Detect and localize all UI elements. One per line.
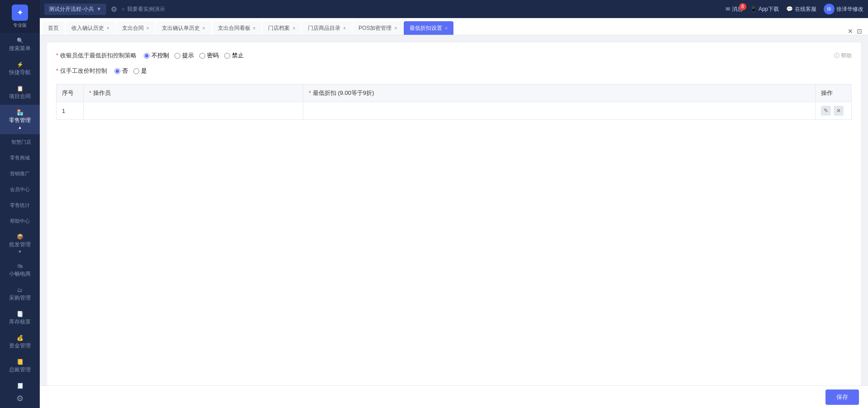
store-catalog-close-icon[interactable]: × (343, 26, 346, 31)
tabs-menu-button[interactable]: ⊡ (857, 28, 862, 35)
sidebar-item-ledger[interactable]: 📒 总账管理 (0, 354, 40, 378)
sidebar-item-project[interactable]: 📋 项目合同 (0, 81, 40, 105)
sidebar-item-ecommerce[interactable]: 🛍 小畅电商 (0, 258, 40, 282)
sidebar-label-quicknav: 快捷导航 (9, 69, 31, 76)
retail-icon: 🏪 (17, 109, 24, 116)
tab-store-catalog[interactable]: 门店商品目录 × (302, 21, 352, 35)
online-service-button[interactable]: 💬 在线客服 (786, 5, 816, 13)
demo-link[interactable]: ○ 我要看实例演示 (122, 5, 165, 13)
radio-password[interactable]: 密码 (199, 52, 219, 60)
user-avatar: 徐 (824, 4, 835, 14)
retail-stats-label: 零售统计 (10, 202, 30, 209)
edit-row-button[interactable]: ✎ (821, 106, 831, 116)
radio-yes-input[interactable] (133, 68, 139, 74)
tab-expense-board[interactable]: 支出合同看板 × (212, 21, 262, 35)
radio-forbid-input[interactable] (224, 53, 230, 59)
expense-board-close-icon[interactable]: × (253, 26, 256, 31)
topbar-right: ✉ 消息 8 📱 App下载 💬 在线客服 徐 徐泽华修改 (726, 4, 863, 14)
pos-encrypt-close-icon[interactable]: × (394, 26, 397, 31)
sidebar-label-purchase: 采购管理 (9, 294, 31, 302)
tab-min-discount[interactable]: 最低折扣设置 × (404, 21, 453, 35)
tab-pos-encrypt[interactable]: POS加密管理 × (353, 21, 403, 35)
radio-prompt[interactable]: 提示 (175, 52, 194, 60)
radio-no-control-input[interactable] (144, 53, 150, 59)
expense-confirm-history-label: 支出确认单历史 (162, 24, 200, 32)
discount-policy-label: * * 收银员低于最低折扣控制策略 收银员低于最低折扣控制策略 (56, 52, 137, 60)
home-tab-label: 首页 (48, 24, 59, 32)
radio-no-label: 否 (122, 67, 128, 75)
sidebar-item-member[interactable]: 会员中心 (0, 182, 40, 197)
user-profile-button[interactable]: 徐 徐泽华修改 (824, 4, 863, 14)
radio-yes-label: 是 (141, 67, 147, 75)
radio-yes[interactable]: 是 (133, 67, 147, 75)
row-actions: ✎ ✕ (821, 106, 846, 116)
min-discount-close-icon[interactable]: × (445, 26, 448, 31)
sidebar-item-finance[interactable]: 💰 资金管理 (0, 330, 40, 354)
expense-contract-close-icon[interactable]: × (146, 26, 149, 31)
radio-prompt-input[interactable] (175, 53, 180, 59)
purchase-icon: 🗂 (17, 287, 23, 293)
sidebar-item-retail[interactable]: 🏪 零售管理 ▲ (0, 105, 40, 134)
project-name: 测试分开流程-小兵 (49, 5, 94, 13)
logo-icon: ✦ (12, 5, 28, 21)
sidebar-item-smart-store[interactable]: 智慧门店 (0, 134, 40, 150)
tab-expense-confirm-history[interactable]: 支出确认单历史 × (156, 21, 211, 35)
demo-circle-icon: ○ (122, 6, 125, 12)
demo-label: 我要看实例演示 (127, 5, 165, 13)
cell-operator[interactable] (84, 102, 303, 120)
tabs-right-controls: ✕ ⊡ (844, 28, 866, 35)
ecommerce-icon: 🛍 (17, 263, 23, 269)
quick-nav-icon: ⚡ (17, 61, 24, 68)
sidebar-item-invoice[interactable]: 🧾 发票管理 (0, 378, 40, 389)
smart-store-label: 智慧门店 (11, 139, 31, 145)
sidebar-item-search[interactable]: 🔍 搜索菜单 (0, 33, 40, 57)
tabs-close-button[interactable]: ✕ (848, 28, 853, 35)
sidebar-item-inventory[interactable]: 📑 库存核算 (0, 306, 40, 330)
tab-expense-contract[interactable]: 支出合同 × (116, 21, 155, 35)
sidebar-nav: 🔍 搜索菜单 ⚡ 快捷导航 📋 项目合同 🏪 零售管理 ▲ 智慧门店 零售商城 … (0, 33, 40, 389)
tab-store-archive[interactable]: 门店档案 × (262, 21, 301, 35)
radio-no-input[interactable] (114, 68, 120, 74)
cell-min-discount[interactable] (303, 102, 815, 120)
delete-row-button[interactable]: ✕ (834, 106, 844, 116)
help-circle-icon: ⓘ (834, 52, 840, 60)
app-download-button[interactable]: 📱 App下载 (750, 5, 779, 13)
save-button[interactable]: 保存 (826, 389, 859, 405)
table-row: 1 ✎ ✕ (57, 102, 852, 120)
store-archive-close-icon[interactable]: × (292, 26, 295, 31)
ledger-icon: 📒 (17, 359, 24, 365)
expense-board-label: 支出合同看板 (218, 24, 250, 32)
help-button[interactable]: ⓘ 帮助 (834, 52, 852, 60)
radio-forbid-label: 禁止 (232, 52, 244, 60)
sidebar-item-retail-stats[interactable]: 零售统计 (0, 197, 40, 213)
project-selector[interactable]: 测试分开流程-小兵 ▼ (44, 4, 106, 15)
radio-no[interactable]: 否 (114, 67, 128, 75)
sidebar-item-purchase[interactable]: 🗂 采购管理 (0, 282, 40, 306)
notifications-button[interactable]: ✉ 消息 8 (726, 5, 743, 13)
discount-policy-row: * * 收银员低于最低折扣控制策略 收银员低于最低折扣控制策略 不控制 提示 (56, 52, 852, 60)
radio-forbid[interactable]: 禁止 (224, 52, 244, 60)
tab-income-history[interactable]: 收入确认历史 × (66, 21, 115, 35)
radio-no-control[interactable]: 不控制 (144, 52, 169, 60)
topbar: 测试分开流程-小兵 ▼ ⚙ ○ 我要看实例演示 ✉ 消息 8 📱 App下载 💬… (40, 0, 868, 18)
notification-bell-icon: ✉ (726, 6, 730, 12)
sidebar-item-wholesale[interactable]: 📦 批发管理 ▼ (0, 229, 40, 258)
sidebar-item-help-center[interactable]: 帮助中心 (0, 213, 40, 229)
wholesale-expand-icon: ▼ (18, 249, 22, 254)
retail-mall-label: 零售商城 (10, 155, 30, 161)
sidebar-item-marketing[interactable]: 营销推广 (0, 166, 40, 182)
income-history-close-icon[interactable]: × (107, 26, 109, 31)
col-actions: 操作 (816, 84, 852, 102)
tab-home[interactable]: 首页 (42, 21, 65, 35)
search-nav-icon: 🔍 (17, 38, 24, 44)
sidebar-settings-button[interactable]: ⚙ (0, 389, 40, 408)
finance-icon: 💰 (17, 335, 24, 341)
sidebar-item-quick-nav[interactable]: ⚡ 快捷导航 (0, 57, 40, 81)
sidebar-item-retail-mall[interactable]: 零售商城 (0, 150, 40, 166)
radio-password-input[interactable] (199, 53, 205, 59)
form-section: * * 收银员低于最低折扣控制策略 收银员低于最低折扣控制策略 不控制 提示 (56, 52, 852, 75)
help-label: 帮助 (841, 52, 852, 60)
topbar-settings-button[interactable]: ⚙ (111, 5, 117, 14)
radio-password-label: 密码 (207, 52, 219, 60)
expense-confirm-history-close-icon[interactable]: × (203, 26, 205, 31)
